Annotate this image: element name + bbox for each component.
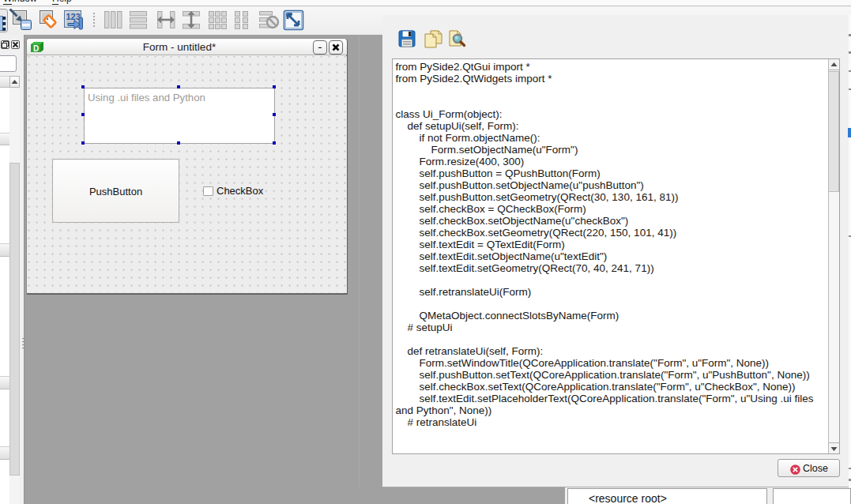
svg-text:123: 123 <box>66 12 81 21</box>
